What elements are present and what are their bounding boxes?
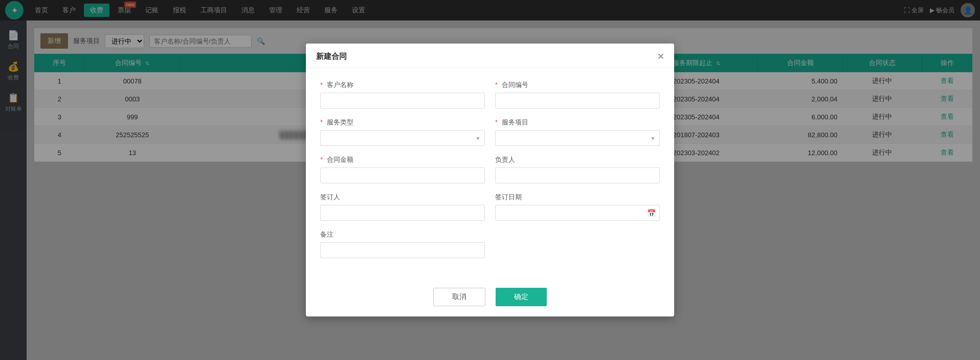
dialog-header: 新建合同 ✕ bbox=[306, 44, 674, 68]
select-service-item[interactable] bbox=[495, 130, 660, 146]
form-row-1: * 客户名称 * 合同编号 bbox=[320, 80, 660, 109]
required-mark-5: * bbox=[320, 156, 323, 163]
select-service-type[interactable] bbox=[320, 130, 485, 146]
field-service-type: * 服务类型 ▼ bbox=[320, 118, 485, 146]
input-sign-date[interactable]: 2023-06-06 bbox=[495, 205, 660, 221]
label-service-type: * 服务类型 bbox=[320, 118, 485, 127]
form-row-2: * 服务类型 ▼ * 服务项目 ▼ bbox=[320, 118, 660, 146]
required-mark-1: * bbox=[320, 81, 323, 89]
required-mark-3: * bbox=[320, 118, 323, 126]
field-signer: 签订人 bbox=[320, 193, 485, 221]
required-mark-4: * bbox=[495, 118, 498, 126]
confirm-button[interactable]: 确定 bbox=[496, 288, 547, 306]
input-notes[interactable] bbox=[320, 242, 485, 258]
field-customer-name: * 客户名称 bbox=[320, 80, 485, 109]
label-signer: 签订人 bbox=[320, 193, 485, 202]
input-responsible[interactable] bbox=[495, 167, 660, 183]
form-row-5: 备注 bbox=[320, 230, 660, 258]
input-contract-no[interactable] bbox=[495, 93, 660, 109]
field-service-item: * 服务项目 ▼ bbox=[495, 118, 660, 146]
new-contract-dialog: 新建合同 ✕ * 客户名称 * 合同编号 bbox=[306, 44, 674, 316]
dialog-close-button[interactable]: ✕ bbox=[657, 53, 664, 61]
dialog-body: * 客户名称 * 合同编号 * bbox=[306, 68, 674, 280]
label-service-item: * 服务项目 bbox=[495, 118, 660, 127]
field-sign-date: 签订日期 2023-06-06 📅 bbox=[495, 193, 660, 221]
calendar-icon[interactable]: 📅 bbox=[647, 209, 656, 217]
label-notes: 备注 bbox=[320, 230, 485, 239]
field-placeholder bbox=[495, 230, 660, 258]
dialog-title: 新建合同 bbox=[316, 52, 347, 61]
field-contract-amount: * 合同金额 0.00 bbox=[320, 155, 485, 183]
form-row-3: * 合同金额 0.00 负责人 bbox=[320, 155, 660, 183]
cancel-button[interactable]: 取消 bbox=[433, 288, 485, 306]
input-signer[interactable] bbox=[320, 205, 485, 221]
required-mark-2: * bbox=[495, 81, 498, 89]
form-row-4: 签订人 签订日期 2023-06-06 📅 bbox=[320, 193, 660, 221]
field-notes: 备注 bbox=[320, 230, 485, 258]
label-contract-no: * 合同编号 bbox=[495, 80, 660, 90]
label-responsible: 负责人 bbox=[495, 155, 660, 164]
input-customer-name[interactable] bbox=[320, 93, 485, 109]
service-item-select-wrap: ▼ bbox=[495, 130, 660, 146]
dialog-footer: 取消 确定 bbox=[306, 280, 674, 316]
label-customer-name: * 客户名称 bbox=[320, 80, 485, 90]
modal-overlay[interactable]: 新建合同 ✕ * 客户名称 * 合同编号 bbox=[0, 0, 980, 360]
sign-date-wrap: 2023-06-06 📅 bbox=[495, 205, 660, 221]
field-contract-no: * 合同编号 bbox=[495, 80, 660, 109]
label-contract-amount: * 合同金额 bbox=[320, 155, 485, 164]
input-contract-amount[interactable]: 0.00 bbox=[320, 167, 485, 183]
service-type-select-wrap: ▼ bbox=[320, 130, 485, 146]
label-sign-date: 签订日期 bbox=[495, 193, 660, 202]
field-responsible: 负责人 bbox=[495, 155, 660, 183]
